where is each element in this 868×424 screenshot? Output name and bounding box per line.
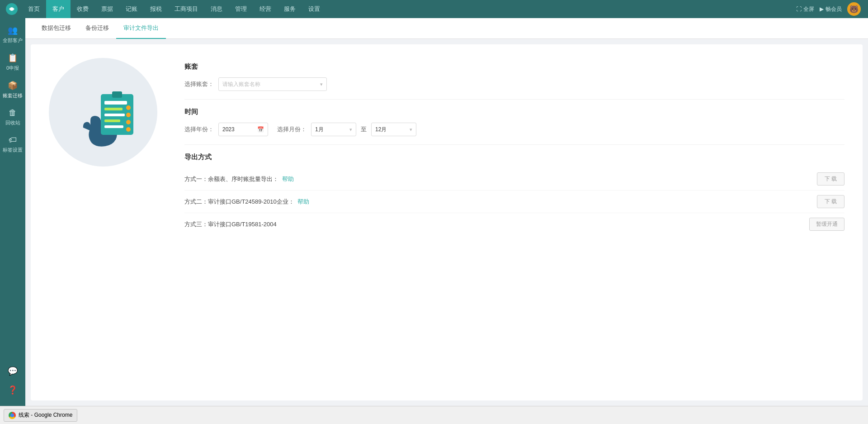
nav-billing[interactable]: 收费 [71, 0, 95, 18]
export-method-3: 方式三：审计接口GB/T19581-2004 暂缓开通 [184, 213, 844, 235]
nav-message[interactable]: 消息 [204, 0, 229, 18]
fullscreen-icon: ⛶ [796, 6, 802, 12]
nav-operation[interactable]: 经营 [253, 0, 278, 18]
sidebar-label-migration: 账套迁移 [3, 92, 23, 99]
migration-icon: 📦 [8, 81, 18, 91]
separator: 至 [361, 125, 367, 133]
account-row: 选择账套： 请输入账套名称 ▾ [184, 77, 844, 91]
sidebar-bottom: 💬 ❓ [1, 362, 24, 406]
export-section: 方式一：余额表、序时账批量导出： 帮助 下 载 方式二：审计接口GB/T2458… [184, 168, 844, 235]
sidebar-item-chat[interactable]: 💬 [1, 362, 24, 380]
main-layout: 👥 全部客户 📋 0申报 📦 账套迁移 🗑 回收站 🏷 标签设置 💬 ❓ [0, 18, 868, 406]
download-button-1[interactable]: 下 载 [817, 172, 844, 186]
export-label-1: 方式一：余额表、序时账批量导出： 帮助 [184, 175, 294, 183]
tab-audit-export[interactable]: 审计文件导出 [116, 18, 166, 39]
declaration-icon: 📋 [8, 53, 18, 63]
nav-business[interactable]: 工商项目 [168, 0, 204, 18]
sidebar-item-label-settings[interactable]: 🏷 标签设置 [1, 132, 24, 157]
avatar[interactable]: 🐻 [847, 2, 861, 16]
illustration-circle [49, 58, 157, 167]
sidebar-label-tags: 标签设置 [3, 147, 23, 153]
recycle-icon: 🗑 [9, 108, 17, 118]
export-label-3: 方式三：审计接口GB/T19581-2004 [184, 220, 277, 229]
sidebar-label-customers: 全部客户 [3, 37, 23, 44]
open-button-3[interactable]: 暂缓开通 [809, 218, 844, 231]
taskbar-chrome-label: 线索 - Google Chrome [19, 411, 72, 419]
export-method-3-text: 方式三：审计接口GB/T19581-2004 [184, 221, 277, 228]
month-label: 选择月份： [277, 125, 307, 133]
time-divider [184, 144, 844, 145]
sidebar-item-all-customers[interactable]: 👥 全部客户 [1, 22, 24, 48]
nav-manage[interactable]: 管理 [229, 0, 253, 18]
sidebar-item-recycle[interactable]: 🗑 回收站 [1, 105, 24, 130]
nav-bookkeeping[interactable]: 记账 [119, 0, 144, 18]
top-navigation: 首页 客户 收费 票据 记账 报税 工商项目 消息 管理 经营 服务 设置 ⛶ … [0, 0, 868, 18]
vip-icon: ▶ [820, 6, 824, 12]
month-start-select[interactable]: 1月 ▾ [311, 123, 356, 136]
app-logo [4, 1, 20, 17]
customers-icon: 👥 [8, 25, 18, 35]
nav-customer[interactable]: 客户 [46, 0, 71, 18]
chat-icon: 💬 [8, 366, 18, 376]
svg-rect-5 [104, 114, 125, 116]
svg-rect-7 [104, 125, 123, 128]
year-input[interactable]: 2023 📅 [218, 123, 268, 136]
svg-rect-12 [112, 91, 122, 98]
fullscreen-label: 全屏 [803, 5, 814, 13]
calendar-icon: 📅 [257, 126, 264, 133]
export-method-2: 方式二：审计接口GB/T24589-2010企业： 帮助 下 载 [184, 191, 844, 213]
content-area: 数据包迁移 备份迁移 审计文件导出 [25, 18, 868, 406]
svg-point-11 [126, 127, 131, 132]
svg-point-1 [10, 8, 13, 10]
top-nav-right: ⛶ 全屏 ▶ 畅会员 🐻 [796, 2, 868, 16]
svg-rect-4 [104, 108, 123, 110]
export-section-title: 导出方式 [184, 153, 844, 162]
month-end-select[interactable]: 12月 ▾ [371, 123, 416, 136]
svg-point-8 [126, 105, 131, 110]
tab-data-migration[interactable]: 数据包迁移 [34, 18, 78, 39]
taskbar-chrome[interactable]: 线索 - Google Chrome [4, 409, 77, 422]
taskbar: 线索 - Google Chrome [0, 406, 868, 424]
year-value: 2023 [222, 126, 254, 133]
sidebar-item-account-migration[interactable]: 📦 账套迁移 [1, 77, 24, 103]
sidebar-item-zero-declaration[interactable]: 📋 0申报 [1, 49, 24, 75]
tab-backup-migration[interactable]: 备份迁移 [78, 18, 116, 39]
svg-rect-3 [104, 101, 127, 105]
account-chevron-icon: ▾ [320, 81, 323, 87]
export-method-2-help[interactable]: 帮助 [297, 198, 309, 205]
vip-button[interactable]: ▶ 畅会员 [820, 5, 842, 13]
form-area: 账套 选择账套： 请输入账套名称 ▾ 时间 选择年份： 2023 📅 [184, 58, 844, 235]
label-icon: 🏷 [9, 135, 17, 145]
account-section-title: 账套 [184, 62, 844, 71]
illustration-area [49, 58, 157, 167]
svg-rect-6 [104, 119, 120, 122]
chrome-icon [9, 412, 16, 419]
nav-settings[interactable]: 设置 [302, 0, 326, 18]
sidebar-label-declaration: 0申报 [6, 65, 19, 71]
vip-label: 畅会员 [826, 5, 842, 13]
export-method-1-help[interactable]: 帮助 [282, 176, 294, 182]
tabs-bar: 数据包迁移 备份迁移 审计文件导出 [25, 18, 868, 39]
sidebar-item-help[interactable]: ❓ [1, 381, 24, 399]
svg-point-10 [126, 120, 131, 124]
download-button-2[interactable]: 下 载 [817, 195, 844, 208]
fullscreen-button[interactable]: ⛶ 全屏 [796, 5, 814, 13]
account-placeholder: 请输入账套名称 [222, 81, 316, 88]
account-divider [184, 99, 844, 100]
export-label-2: 方式二：审计接口GB/T24589-2010企业： 帮助 [184, 198, 309, 206]
page-content: 账套 选择账套： 请输入账套名称 ▾ 时间 选择年份： 2023 📅 [31, 44, 863, 400]
account-select[interactable]: 请输入账套名称 ▾ [218, 77, 327, 91]
nav-service[interactable]: 服务 [278, 0, 302, 18]
export-method-1-text: 方式一：余额表、序时账批量导出： [184, 176, 278, 182]
month-start-value: 1月 [315, 126, 346, 133]
nav-invoice[interactable]: 票据 [95, 0, 119, 18]
nav-items: 首页 客户 收费 票据 记账 报税 工商项目 消息 管理 经营 服务 设置 [22, 0, 796, 18]
time-row: 选择年份： 2023 📅 选择月份： 1月 ▾ 至 12月 ▾ [184, 123, 844, 136]
account-label: 选择账套： [184, 80, 214, 88]
nav-tax[interactable]: 报税 [144, 0, 168, 18]
export-method-2-text: 方式二：审计接口GB/T24589-2010企业： [184, 198, 294, 205]
month-start-chevron-icon: ▾ [349, 127, 352, 133]
left-sidebar: 👥 全部客户 📋 0申报 📦 账套迁移 🗑 回收站 🏷 标签设置 💬 ❓ [0, 18, 25, 406]
sidebar-label-recycle: 回收站 [5, 119, 20, 126]
nav-home[interactable]: 首页 [22, 0, 46, 18]
